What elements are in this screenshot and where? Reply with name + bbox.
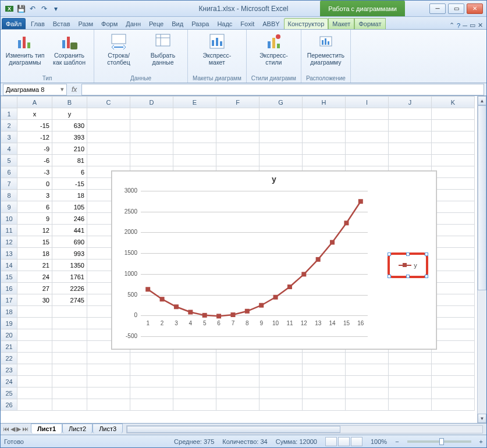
cell[interactable] (52, 353, 87, 364)
cell[interactable] (173, 387, 216, 399)
cell[interactable] (432, 387, 475, 399)
col-header[interactable]: D (130, 97, 173, 108)
cell[interactable] (87, 120, 130, 131)
cell[interactable]: -6 (17, 155, 52, 166)
cell[interactable] (173, 131, 216, 143)
cell[interactable] (303, 143, 346, 155)
cell[interactable] (173, 108, 216, 120)
tab-ctx-2[interactable]: Формат (354, 18, 385, 29)
cell[interactable] (216, 376, 260, 387)
row-header[interactable]: 3 (1, 131, 17, 143)
row-header[interactable]: 10 (1, 213, 17, 225)
tab-реце[interactable]: Реце (145, 18, 168, 29)
cell[interactable] (432, 294, 475, 306)
cell[interactable]: 393 (52, 131, 87, 143)
cell[interactable] (432, 364, 475, 376)
row-header[interactable]: 18 (1, 306, 17, 318)
cell[interactable] (303, 376, 346, 387)
cell[interactable] (260, 399, 303, 411)
cell[interactable] (17, 329, 52, 341)
tab-разра[interactable]: Разра (187, 18, 213, 29)
cell[interactable] (432, 376, 475, 387)
undo-icon[interactable]: ↶ (27, 3, 38, 14)
row-header[interactable]: 25 (1, 387, 17, 399)
cell[interactable] (216, 131, 260, 143)
cell[interactable]: 9 (17, 213, 52, 225)
cell[interactable] (346, 387, 389, 399)
cell[interactable] (432, 329, 475, 341)
zoom-out-icon[interactable]: − (395, 438, 399, 445)
ribbon-button-select-data[interactable]: Выбрать данные (143, 32, 183, 74)
cell[interactable] (303, 353, 346, 364)
cell[interactable] (432, 353, 475, 364)
row-header[interactable]: 5 (1, 155, 17, 166)
cell[interactable] (303, 364, 346, 376)
tab-ctx-0[interactable]: Конструктор (284, 18, 329, 29)
cell[interactable] (389, 131, 432, 143)
cell[interactable]: 18 (17, 248, 52, 259)
cell[interactable] (130, 155, 173, 166)
row-header[interactable]: 9 (1, 201, 17, 213)
cell[interactable]: y (52, 108, 87, 120)
formula-input[interactable] (81, 84, 484, 95)
cell[interactable] (173, 155, 216, 166)
fx-label[interactable]: fx (67, 86, 81, 94)
embedded-chart[interactable]: y -5000500100015002000250030001234567891… (111, 170, 437, 350)
zoom-slider[interactable] (407, 440, 471, 443)
vscroll-thumb[interactable] (478, 105, 486, 290)
sheet-next-icon[interactable]: ▶ (16, 425, 21, 433)
cell[interactable] (432, 120, 475, 131)
cell[interactable] (17, 387, 52, 399)
cell[interactable]: 105 (52, 201, 87, 213)
ribbon-button-switch-rc[interactable]: Строка/столбец (99, 32, 138, 74)
cell[interactable] (52, 399, 87, 411)
cell[interactable]: 81 (52, 155, 87, 166)
tab-foxit[interactable]: Foxit (236, 18, 258, 29)
save-icon[interactable]: 💾 (16, 3, 26, 14)
cell[interactable]: -9 (17, 143, 52, 155)
cell[interactable] (389, 376, 432, 387)
cell[interactable] (432, 225, 475, 236)
cell[interactable]: 246 (52, 213, 87, 225)
cell[interactable] (432, 108, 475, 120)
cell[interactable]: 6 (17, 201, 52, 213)
help-icon[interactable]: ? (457, 22, 460, 29)
wb-close-icon[interactable]: ✕ (478, 22, 483, 29)
cell[interactable] (87, 376, 130, 387)
cell[interactable] (17, 399, 52, 411)
cell[interactable] (130, 131, 173, 143)
cell[interactable]: x (17, 108, 52, 120)
col-header[interactable]: B (52, 97, 87, 108)
view-break-icon[interactable] (351, 437, 362, 446)
row-header[interactable]: 15 (1, 271, 17, 283)
vertical-scrollbar[interactable]: ▲ ▼ (477, 96, 486, 423)
wb-minimize-icon[interactable]: ─ (463, 22, 467, 29)
row-header[interactable]: 21 (1, 341, 17, 353)
cell[interactable] (432, 166, 475, 178)
cell[interactable] (260, 155, 303, 166)
cell[interactable] (432, 283, 475, 294)
cell[interactable]: 0 (17, 178, 52, 190)
cell[interactable] (173, 399, 216, 411)
cell[interactable] (389, 120, 432, 131)
cell[interactable] (432, 190, 475, 201)
cell[interactable] (130, 387, 173, 399)
cell[interactable] (52, 341, 87, 353)
tab-file[interactable]: Файл (2, 18, 26, 29)
qat-dropdown-icon[interactable]: ▾ (51, 3, 61, 14)
cell[interactable]: 441 (52, 225, 87, 236)
cell[interactable] (130, 399, 173, 411)
cell[interactable] (173, 353, 216, 364)
maximize-button[interactable]: ▭ (448, 3, 464, 14)
row-header[interactable]: 20 (1, 329, 17, 341)
cell[interactable] (173, 120, 216, 131)
cell[interactable] (346, 353, 389, 364)
hscroll-thumb[interactable] (127, 426, 340, 433)
cell[interactable]: -15 (52, 178, 87, 190)
cell[interactable]: 210 (52, 143, 87, 155)
scroll-down-icon[interactable]: ▼ (478, 414, 486, 423)
col-header[interactable]: K (432, 97, 475, 108)
name-box[interactable]: Диаграмма 8 ▾ (3, 84, 67, 95)
minimize-button[interactable]: ─ (429, 3, 446, 14)
cell[interactable] (87, 364, 130, 376)
